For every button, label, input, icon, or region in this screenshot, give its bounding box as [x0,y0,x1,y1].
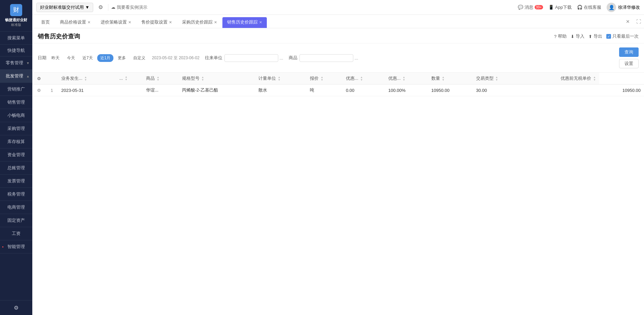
sidebar-search[interactable]: 搜索菜单 [0,32,32,45]
th-product[interactable]: 商品 ▲▼ [143,73,179,84]
version-label: 好业财标准版交付试用 [40,4,84,10]
sidebar-item-ecommerce-small-label: 小畅电商 [3,112,30,118]
demo-label: 我要看实例演示 [117,4,147,10]
product-filter-label: 商品 [289,55,297,61]
sidebar-settings-button[interactable]: ⚙ [0,300,32,315]
only-last-checkbox[interactable]: ✓ 只看最后一次 [606,33,639,39]
th-more-cols[interactable]: ... ▲▼ [116,73,143,84]
date-btn-today[interactable]: 今天 [64,54,78,62]
customer-more-button[interactable]: ... [280,56,283,61]
sidebar-item-purchase-label: 采购管理 [3,126,30,132]
table-settings-icon[interactable]: ⚙ [37,76,41,81]
chevron-up-icon: ▲ [26,74,30,78]
row-settings-icon[interactable]: ⚙ [37,88,41,93]
service-label: 在线客服 [584,4,601,10]
sidebar-item-inventory[interactable]: 库存核算 [0,135,32,148]
th-quantity[interactable]: 数量 ▲▼ [428,73,473,84]
query-button[interactable]: 查询 [619,47,639,57]
action-buttons: 查询 设置 [619,47,639,68]
sidebar-item-accounting[interactable]: 总账管理 [0,162,32,175]
maximize-window-button[interactable]: ⛶ [633,16,644,27]
sidebar-item-ecommerce-label: 电商管理 [3,204,30,210]
th-product-label: 商品 [146,76,155,81]
row-more-cols-cell [116,84,143,96]
sidebar-item-wholesale[interactable]: 批发管理 ▲ [0,70,32,83]
close-icon[interactable]: ✕ [259,20,262,25]
message-button[interactable]: 💬 消息 99+ [518,4,543,10]
product-input[interactable] [299,54,353,62]
product-more-button[interactable]: ... [355,56,358,61]
close-icon[interactable]: ✕ [169,20,172,25]
mobile-icon: 📱 [548,5,554,10]
export-button[interactable]: ⬆ 导出 [588,33,602,39]
sidebar-logo-subtitle: 标准版 [11,23,21,27]
sidebar-item-sales[interactable]: 销售管理 [0,96,32,109]
date-btn-7days[interactable]: 近7天 [79,54,96,62]
sidebar-logo-text: 畅捷通好业财 [5,18,27,23]
app-download-button[interactable]: 📱 App下载 [548,4,572,10]
settings-button[interactable]: 设置 [619,59,639,68]
th-price[interactable]: 报价 ▲▼ [307,73,343,84]
th-spec[interactable]: 规格型号 ▲▼ [179,73,255,84]
date-btn-1month[interactable]: 近1月 [97,54,114,62]
close-icon[interactable]: ✕ [214,20,217,25]
sidebar-item-wholesale-label: 批发管理 [3,73,26,79]
sort-icon: ▲▼ [495,76,498,81]
sidebar-item-smart[interactable]: ● 智能管理 [0,240,32,253]
only-last-label: 只看最后一次 [612,33,639,39]
sidebar-item-ecommerce[interactable]: 电商管理 [0,201,32,214]
row-unit-cell: 散水 [255,84,307,96]
version-selector[interactable]: 好业财标准版交付试用 ▼ [36,3,93,12]
sidebar-item-finance[interactable]: 资金管理 [0,148,32,162]
th-pretax-price[interactable]: 优惠前无税单价 ▲▼ [524,73,599,84]
customer-input[interactable] [224,54,278,62]
th-date-label: 业务发生... [61,76,82,81]
date-filter-label: 日期 [38,55,46,61]
sidebar-item-payroll-label: 工资 [3,231,30,237]
tab-purchase-strategy[interactable]: 进价策略设置 ✕ [96,17,136,28]
th-discount-amt[interactable]: 优惠... ▲▼ [385,73,428,84]
row-quantity-cell: 30.00 [473,84,524,96]
sidebar-item-invoice[interactable]: 发票管理 [0,175,32,188]
th-num [46,73,58,84]
close-icon[interactable]: ✕ [87,20,91,25]
sidebar-item-ecommerce-small[interactable]: 小畅电商 [0,109,32,122]
tab-sale-extract[interactable]: 售价提取设置 ✕ [137,17,177,28]
customer-service-button[interactable]: 🎧 在线客服 [577,4,601,10]
sidebar-item-retail[interactable]: 零售管理 ▼ [0,57,32,70]
help-button[interactable]: ? 帮助 [554,33,567,39]
date-btn-custom[interactable]: 自定义 [130,54,148,62]
th-unit[interactable]: 计量单位 ▲▼ [255,73,307,84]
th-pretax-price-label: 优惠前无税单价 [561,76,591,81]
sidebar-quicknav[interactable]: 快捷导航 [0,45,32,57]
tab-price-setting[interactable]: 商品价格设置 ✕ [55,17,95,28]
close-window-button[interactable]: ✕ [622,16,633,27]
user-info[interactable]: 👤 徐泽华修改 [607,3,640,12]
sidebar-item-marketing[interactable]: 营销推广 [0,83,32,96]
date-btn-more[interactable]: 更多 [115,54,129,62]
topbar: 好业财标准版交付试用 ▼ ⚙ ☁ 我要看实例演示 💬 消息 99+ 📱 App下… [32,0,644,15]
sidebar-item-fixed-assets[interactable]: 固定资产 [0,214,32,227]
topbar-left: 好业财标准版交付试用 ▼ ⚙ ☁ 我要看实例演示 [36,3,147,12]
tab-home[interactable]: 首页 [36,17,55,28]
close-icon[interactable]: ✕ [128,20,131,25]
tab-purchase-history[interactable]: 采购历史价跟踪 ✕ [177,17,222,28]
sidebar-item-payroll[interactable]: 工资 [0,227,32,240]
chevron-down-icon: ▼ [85,5,90,10]
chevron-down-icon: ▼ [26,61,30,65]
sort-icon: ▲▼ [125,76,128,81]
demo-button[interactable]: ☁ 我要看实例演示 [111,4,147,10]
topbar-settings-button[interactable]: ⚙ [96,3,105,12]
customer-filter-label: 往来单位 [205,55,222,61]
row-settings-cell[interactable]: ⚙ [32,84,46,96]
tab-price-setting-label: 商品价格设置 [60,19,86,25]
sidebar-item-purchase[interactable]: 采购管理 [0,122,32,135]
th-txn-type[interactable]: 交易类型 ▲▼ [473,73,524,84]
import-label: 导入 [576,33,584,39]
import-button[interactable]: ⬇ 导入 [571,33,584,39]
sidebar-item-tax[interactable]: 税务管理 [0,188,32,201]
th-date[interactable]: 业务发生... ▲▼ [58,73,116,84]
tab-sales-history[interactable]: 销售历史价跟踪 ✕ [222,17,267,28]
th-discount-pct[interactable]: 优惠... ▲▼ [343,73,385,84]
date-btn-yesterday[interactable]: 昨天 [48,54,63,62]
